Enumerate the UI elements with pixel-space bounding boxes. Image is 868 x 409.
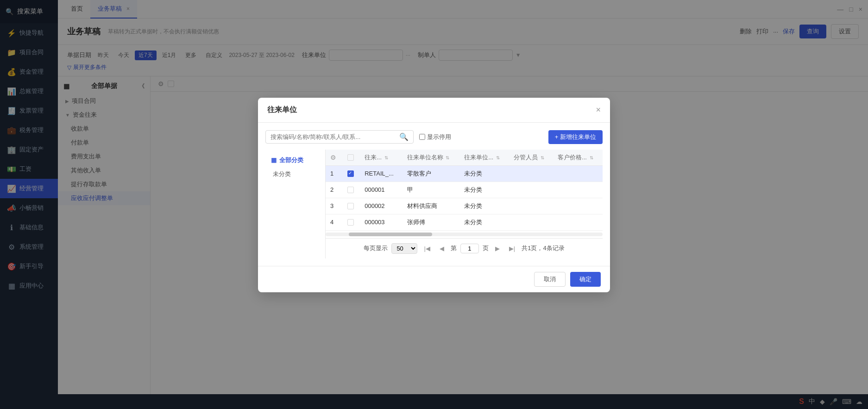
scroll-thumb[interactable]: [349, 233, 432, 236]
table-row[interactable]: 1 RETAIL_... 零散客户 未分类: [326, 165, 603, 182]
dialog-left-header: ▦ 全部分类: [265, 153, 325, 167]
dialog-left-panel: ▦ 全部分类 未分类: [265, 150, 326, 258]
dialog-content: ▦ 全部分类 未分类 ⚙ 往来...: [265, 150, 603, 258]
page-input[interactable]: [460, 244, 479, 253]
dialog-category-unclassified[interactable]: 未分类: [265, 167, 325, 181]
row4-cat: 未分类: [459, 214, 509, 230]
dialog-table-wrap: ⚙ 往来... ⇅ 往来单位名称 ⇅: [326, 150, 603, 258]
table-row[interactable]: 2 000001 甲 未分类: [326, 182, 603, 198]
row4-check[interactable]: [343, 214, 360, 230]
horizontal-scrollbar[interactable]: [326, 233, 603, 236]
new-partner-button[interactable]: + 新增往来单位: [548, 130, 603, 144]
row3-seq: 3: [326, 198, 343, 214]
row4-price: [553, 214, 603, 230]
col-price: 客户价格... ⇅: [553, 150, 603, 166]
row1-name: 零散客户: [403, 165, 460, 182]
row3-mgr: [509, 198, 553, 214]
first-page-btn[interactable]: |◀: [421, 244, 433, 253]
search-icon[interactable]: 🔍: [399, 132, 409, 141]
dialog-header: 往来单位 ×: [258, 98, 610, 123]
row3-checkbox[interactable]: [347, 203, 354, 209]
row2-price: [553, 182, 603, 198]
dialog-select-all[interactable]: [347, 154, 354, 161]
sort-icon-price: ⇅: [590, 155, 593, 160]
col-category: 往来单位... ⇅: [459, 150, 509, 166]
col-settings: ⚙: [326, 150, 343, 166]
table-row[interactable]: 4 000003 张师傅 未分类: [326, 214, 603, 230]
table-row[interactable]: 3 000002 材料供应商 未分类: [326, 198, 603, 214]
row3-name: 材料供应商: [403, 198, 460, 214]
row2-check[interactable]: [343, 182, 360, 198]
row2-code: 000001: [360, 182, 403, 198]
row1-code: RETAIL_...: [360, 165, 403, 182]
dialog-table-scroll[interactable]: ⚙ 往来... ⇅ 往来单位名称 ⇅: [326, 150, 603, 231]
row1-mgr: [509, 165, 553, 182]
row2-seq: 2: [326, 182, 343, 198]
row4-checkbox[interactable]: [347, 219, 354, 226]
sort-icon-name: ⇅: [446, 155, 449, 160]
dialog-table: ⚙ 往来... ⇅ 往来单位名称 ⇅: [326, 150, 603, 231]
dialog-table-header-row: ⚙ 往来... ⇅ 往来单位名称 ⇅: [326, 150, 603, 166]
sort-icon-code: ⇅: [384, 155, 388, 160]
dialog-title: 往来单位: [267, 105, 297, 115]
row2-mgr: [509, 182, 553, 198]
row1-seq: 1: [326, 165, 343, 182]
col-manager: 分管人员 ⇅: [509, 150, 553, 166]
col-name: 往来单位名称 ⇅: [403, 150, 460, 166]
col-gear-icon: ⚙: [330, 154, 336, 161]
search-input[interactable]: [270, 133, 396, 140]
prev-page-btn[interactable]: ◀: [437, 244, 447, 253]
row3-code: 000002: [360, 198, 403, 214]
grid-small-icon: ▦: [271, 157, 277, 164]
row1-price: [553, 165, 603, 182]
total-text: 共1页，4条记录: [522, 244, 564, 252]
per-page-label: 每页显示: [364, 244, 388, 252]
cancel-button[interactable]: 取消: [534, 272, 566, 287]
row3-check[interactable]: [343, 198, 360, 214]
last-page-btn[interactable]: ▶|: [506, 244, 518, 253]
page-label: 第: [451, 244, 457, 252]
per-page-select[interactable]: 50 20 100: [391, 243, 417, 254]
row2-name: 甲: [403, 182, 460, 198]
row2-checkbox[interactable]: [347, 187, 354, 193]
row1-check[interactable]: [343, 165, 360, 182]
pagination: 每页显示 50 20 100 |◀ ◀ 第 页 ▶ ▶| 共1页，4条记录: [326, 238, 603, 258]
row4-code: 000003: [360, 214, 403, 230]
dialog-close-button[interactable]: ×: [596, 105, 601, 115]
show-disabled-checkbox-label[interactable]: 显示停用: [419, 133, 451, 141]
row4-seq: 4: [326, 214, 343, 230]
row3-price: [553, 198, 603, 214]
row1-checkbox[interactable]: [347, 170, 354, 177]
sort-icon-mgr: ⇅: [541, 155, 544, 160]
col-code: 往来... ⇅: [360, 150, 403, 166]
sort-icon-cat: ⇅: [496, 155, 500, 160]
show-disabled-label: 显示停用: [427, 133, 451, 141]
row2-cat: 未分类: [459, 182, 509, 198]
search-box: 🔍: [265, 130, 414, 144]
dialog-body: 🔍 显示停用 + 新增往来单位 ▦ 全部分类 未分类: [258, 123, 610, 266]
col-checkbox: [343, 150, 360, 166]
row4-mgr: [509, 214, 553, 230]
show-disabled-checkbox[interactable]: [419, 134, 425, 140]
confirm-button[interactable]: 确定: [570, 272, 601, 287]
row1-cat: 未分类: [459, 165, 509, 182]
row3-cat: 未分类: [459, 198, 509, 214]
row4-name: 张师傅: [403, 214, 460, 230]
page-unit: 页: [483, 244, 489, 252]
partner-dialog: 往来单位 × 🔍 显示停用 + 新增往来单位 ▦ 全部分类 未分类: [258, 98, 610, 292]
next-page-btn[interactable]: ▶: [492, 244, 503, 253]
dialog-footer: 取消 确定: [258, 266, 610, 292]
dialog-toolbar: 🔍 显示停用 + 新增往来单位: [265, 130, 603, 144]
